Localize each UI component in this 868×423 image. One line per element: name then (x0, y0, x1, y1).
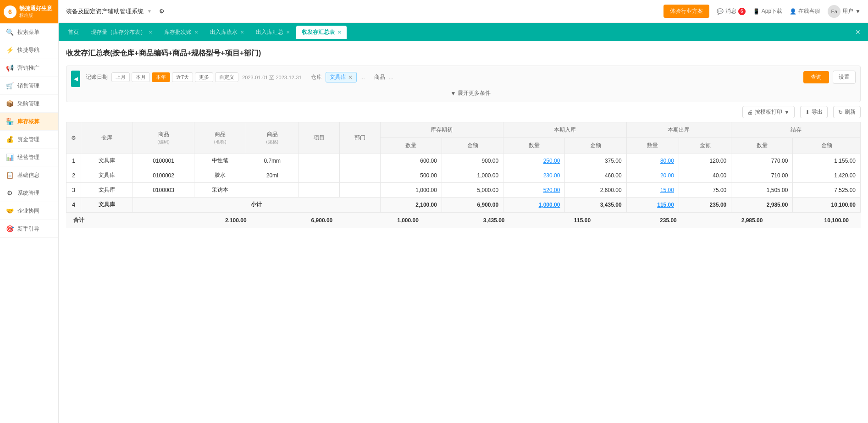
sidebar-label-basic-info: 基础信息 (17, 171, 39, 179)
col-out-amt: 金额 (679, 138, 731, 154)
col-out-qty: 数量 (626, 138, 679, 154)
row-in-qty[interactable]: 520.00 (503, 183, 565, 198)
tab-label-home: 首页 (68, 28, 79, 36)
tab-close-stock-dist[interactable]: ✕ (149, 30, 152, 35)
row-opening-qty: 600.00 (380, 154, 442, 168)
collapse-arrow-icon[interactable]: ◀ (71, 71, 80, 87)
row-closing-qty: 710.00 (731, 168, 793, 183)
col-warehouse-header: 仓库 (81, 122, 133, 154)
filter-section: ◀ 记账日期 上月 本月 本年 近7天 更多 自定义 (66, 66, 861, 102)
page-header: 收发存汇总表(按仓库+商品编码+商品+规格型号+项目+部门) (66, 49, 861, 58)
row-in-qty[interactable]: 250.00 (503, 154, 565, 168)
row-closing-amt: 1,155.00 (793, 154, 861, 168)
sidebar-item-newbie[interactable]: 🎯 新手引导 (0, 220, 58, 238)
refresh-btn[interactable]: ↻ 刷新 (833, 106, 861, 118)
user-action[interactable]: Ea 用户 ▼ (828, 5, 861, 18)
col-in-amt: 金额 (565, 138, 626, 154)
query-btn[interactable]: 查询 (803, 71, 829, 83)
tab-close-inout-summary[interactable]: ✕ (286, 30, 290, 35)
sidebar-label-sales: 销售管理 (17, 82, 39, 90)
date-btn-custom[interactable]: 自定义 (215, 72, 238, 82)
tab-close-recv-send-summary[interactable]: ✕ (337, 30, 341, 35)
messages-action[interactable]: 💬 消息 6 (717, 7, 746, 15)
tab-close-inout-flow[interactable]: ✕ (240, 30, 244, 35)
sidebar-item-basic-info[interactable]: 📋 基础信息 (0, 166, 58, 184)
app-logo-icon: 6 (4, 5, 17, 18)
setting-btn[interactable]: 设置 (833, 71, 856, 84)
tab-label-stock-dist: 现存量（库存分布表） (91, 28, 146, 36)
subtotal-opening-qty: 2,100.00 (380, 198, 442, 212)
online-service-action[interactable]: 👤 在线客服 (790, 7, 820, 15)
sidebar-label-operations: 经营管理 (17, 154, 39, 161)
app-download-action[interactable]: 📱 App下载 (753, 7, 782, 15)
row-out-qty[interactable]: 80.00 (626, 154, 679, 168)
product-more-btn[interactable]: ... (389, 74, 393, 81)
tab-stock-dist[interactable]: 现存量（库存分布表）✕ (85, 26, 158, 39)
export-icon: ⬇ (805, 109, 810, 115)
topbar-settings-icon[interactable]: ⚙ (159, 8, 165, 15)
sidebar-item-system[interactable]: ⚙ 系统管理 (0, 184, 58, 202)
col-closing-amt: 金额 (793, 138, 861, 154)
filter-toggle-btn[interactable]: ◀ (71, 71, 80, 87)
tab-batch-ledger[interactable]: 库存批次账✕ (159, 26, 204, 39)
message-icon: 💬 (717, 8, 724, 15)
col-settings-header[interactable]: ⚙ (66, 122, 81, 154)
total-label: 合计 (73, 216, 165, 224)
date-btn-7days[interactable]: 近7天 (172, 72, 193, 82)
page-content: 收发存汇总表(按仓库+商品编码+商品+规格型号+项目+部门) ◀ 记账日期 上月… (59, 41, 868, 423)
date-filter-group: 记账日期 上月 本月 本年 近7天 更多 自定义 2023-01-01 至 20… (86, 72, 302, 82)
row-closing-qty: 1,505.00 (731, 183, 793, 198)
sidebar-icon-collab: 🤝 (6, 207, 14, 215)
row-opening-amt: 5,000.00 (442, 183, 503, 198)
col-product-spec-header: 商品(规格) (246, 122, 299, 154)
warehouse-filter-group: 仓库 文具库 ✕ ... (311, 72, 365, 82)
row-opening-qty: 1,000.00 (380, 183, 442, 198)
date-btn-last-month[interactable]: 上月 (111, 72, 130, 82)
row-product-name: 采访本 (194, 183, 246, 198)
sidebar-item-finance[interactable]: 💰 资金管理 (0, 131, 58, 148)
total-closing-qty: 2,985.00 (681, 217, 768, 224)
sidebar-label-system: 系统管理 (17, 189, 39, 197)
sidebar-item-quick-nav[interactable]: ⚡ 快捷导航 (0, 41, 58, 59)
sidebar-item-purchase[interactable]: 📦 采购管理 (0, 95, 58, 113)
tab-close-batch-ledger[interactable]: ✕ (194, 30, 198, 35)
date-btn-more[interactable]: 更多 (195, 72, 213, 82)
row-out-qty[interactable]: 20.00 (626, 168, 679, 183)
tab-recv-send-summary[interactable]: 收发存汇总表✕ (296, 26, 347, 39)
date-range-display: 2023-01-01 至 2023-12-31 (242, 74, 302, 81)
sidebar-item-collab[interactable]: 🤝 企业协同 (0, 202, 58, 220)
warehouse-tag[interactable]: 文具库 ✕ (326, 72, 357, 82)
row-department (339, 168, 380, 183)
tab-inout-summary[interactable]: 出入库汇总✕ (250, 26, 295, 39)
sidebar-logo: 6 畅捷通好生意 标准版 (0, 0, 58, 23)
sidebar-item-inventory[interactable]: 🏪 库存核算 (0, 113, 58, 131)
sidebar-item-operations[interactable]: 📊 经营管理 (0, 148, 58, 166)
date-btn-this-month[interactable]: 本月 (132, 72, 150, 82)
row-department (339, 154, 380, 168)
row-warehouse: 文具库 (81, 154, 133, 168)
row-in-amt: 375.00 (565, 154, 626, 168)
export-btn[interactable]: ⬇ 导出 (800, 106, 828, 118)
data-table: ⚙ 仓库 商品(编码) 商品(名称) 商品(规格) 项目 部门 库存期初 本期入… (66, 122, 861, 212)
tab-inout-flow[interactable]: 出入库流水✕ (205, 26, 249, 39)
warehouse-tag-close-icon[interactable]: ✕ (348, 74, 353, 81)
sidebar-item-search[interactable]: 🔍 搜索菜单 (0, 23, 58, 41)
row-closing-amt: 7,525.00 (793, 183, 861, 198)
page-title: 收发存汇总表(按仓库+商品编码+商品+规格型号+项目+部门) (66, 49, 861, 58)
row-in-qty[interactable]: 230.00 (503, 168, 565, 183)
expand-more-btn[interactable]: ▼ 展开更多条件 (86, 89, 856, 97)
tab-home[interactable]: 首页 (62, 26, 84, 39)
print-btn[interactable]: 🖨 按模板打印 ▼ (742, 106, 795, 118)
sidebar-item-sales[interactable]: 🛒 销售管理 (0, 77, 58, 95)
tab-label-inout-summary: 出入库汇总 (256, 28, 283, 36)
experience-btn[interactable]: 体验行业方案 (663, 5, 709, 18)
date-btn-this-year[interactable]: 本年 (152, 72, 170, 82)
close-all-tabs-btn[interactable]: ✕ (851, 27, 864, 38)
col-opening-amt: 金额 (442, 138, 503, 154)
subtotal-row: 4 文具库 小计 2,100.00 6,900.00 1,000.00 3,43… (66, 198, 861, 212)
table-row: 3 文具库 0100003 采访本 1,000.00 5,000.00 520.… (66, 183, 861, 198)
sidebar-item-marketing[interactable]: 📢 营销推广 (0, 59, 58, 77)
warehouse-more-btn[interactable]: ... (360, 74, 365, 81)
row-closing-amt: 1,420.00 (793, 168, 861, 183)
row-out-qty[interactable]: 15.00 (626, 183, 679, 198)
